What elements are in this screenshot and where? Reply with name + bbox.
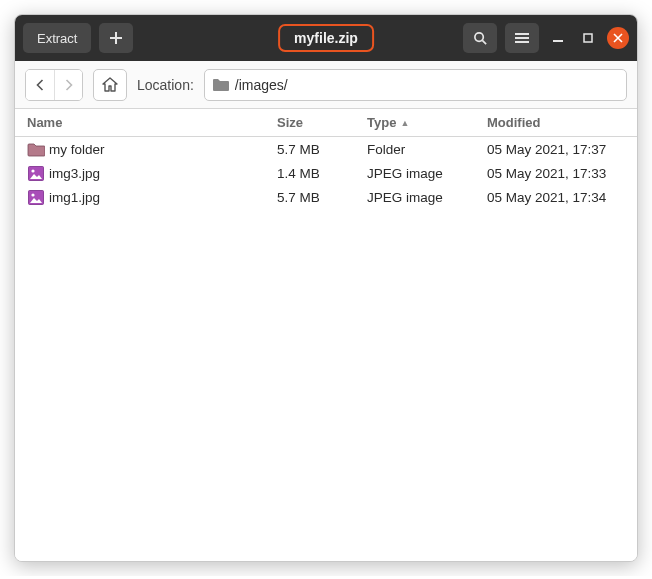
- svg-rect-3: [515, 37, 529, 39]
- search-button[interactable]: [463, 23, 497, 53]
- new-tab-button[interactable]: [99, 23, 133, 53]
- search-icon: [473, 31, 488, 46]
- file-modified: 05 May 2021, 17:37: [487, 142, 625, 157]
- location-label: Location:: [137, 77, 194, 93]
- location-field[interactable]: [204, 69, 627, 101]
- file-size: 5.7 MB: [277, 190, 367, 205]
- menu-button[interactable]: [505, 23, 539, 53]
- maximize-button[interactable]: [577, 27, 599, 49]
- svg-point-0: [474, 32, 482, 40]
- forward-button[interactable]: [54, 70, 82, 100]
- file-name: img1.jpg: [49, 190, 100, 205]
- window-title-wrap: myfile.zip: [278, 24, 374, 52]
- plus-icon: [109, 31, 123, 45]
- chevron-right-icon: [64, 79, 73, 91]
- column-header-type[interactable]: Type ▲: [367, 115, 487, 130]
- minimize-button[interactable]: [547, 27, 569, 49]
- extract-button[interactable]: Extract: [23, 23, 91, 53]
- location-input[interactable]: [235, 77, 618, 93]
- close-icon: [613, 33, 623, 43]
- column-header-modified[interactable]: Modified: [487, 115, 625, 130]
- svg-line-1: [482, 40, 486, 44]
- nav-group: [25, 69, 83, 101]
- svg-rect-2: [515, 33, 529, 35]
- folder-icon: [27, 141, 45, 157]
- home-icon: [102, 77, 118, 92]
- chevron-left-icon: [36, 79, 45, 91]
- column-header-type-label: Type: [367, 115, 396, 130]
- folder-icon: [213, 78, 229, 91]
- file-modified: 05 May 2021, 17:34: [487, 190, 625, 205]
- svg-point-10: [31, 193, 34, 196]
- svg-point-8: [31, 169, 34, 172]
- close-button[interactable]: [607, 27, 629, 49]
- back-button[interactable]: [26, 70, 54, 100]
- file-type: Folder: [367, 142, 487, 157]
- column-header-name[interactable]: Name: [27, 115, 277, 130]
- column-headers: Name Size Type ▲ Modified: [15, 109, 637, 137]
- table-row[interactable]: img3.jpg1.4 MBJPEG image05 May 2021, 17:…: [15, 161, 637, 185]
- titlebar: Extract myfile.zip: [15, 15, 637, 61]
- file-size: 5.7 MB: [277, 142, 367, 157]
- archive-manager-window: Extract myfile.zip: [14, 14, 638, 562]
- file-size: 1.4 MB: [277, 166, 367, 181]
- svg-rect-4: [515, 41, 529, 43]
- image-icon: [27, 165, 45, 181]
- image-icon: [27, 189, 45, 205]
- window-title: myfile.zip: [278, 24, 374, 52]
- table-row[interactable]: my folder5.7 MBFolder05 May 2021, 17:37: [15, 137, 637, 161]
- home-button[interactable]: [93, 69, 127, 101]
- svg-rect-6: [584, 34, 592, 42]
- file-type: JPEG image: [367, 166, 487, 181]
- hamburger-icon: [515, 31, 529, 45]
- file-name: my folder: [49, 142, 105, 157]
- svg-rect-5: [553, 40, 563, 42]
- table-row[interactable]: img1.jpg5.7 MBJPEG image05 May 2021, 17:…: [15, 185, 637, 209]
- toolbar: Location:: [15, 61, 637, 109]
- file-list: my folder5.7 MBFolder05 May 2021, 17:37i…: [15, 137, 637, 561]
- file-modified: 05 May 2021, 17:33: [487, 166, 625, 181]
- file-name: img3.jpg: [49, 166, 100, 181]
- sort-asc-icon: ▲: [400, 118, 409, 128]
- minimize-icon: [553, 33, 563, 43]
- file-type: JPEG image: [367, 190, 487, 205]
- maximize-icon: [583, 33, 593, 43]
- column-header-size[interactable]: Size: [277, 115, 367, 130]
